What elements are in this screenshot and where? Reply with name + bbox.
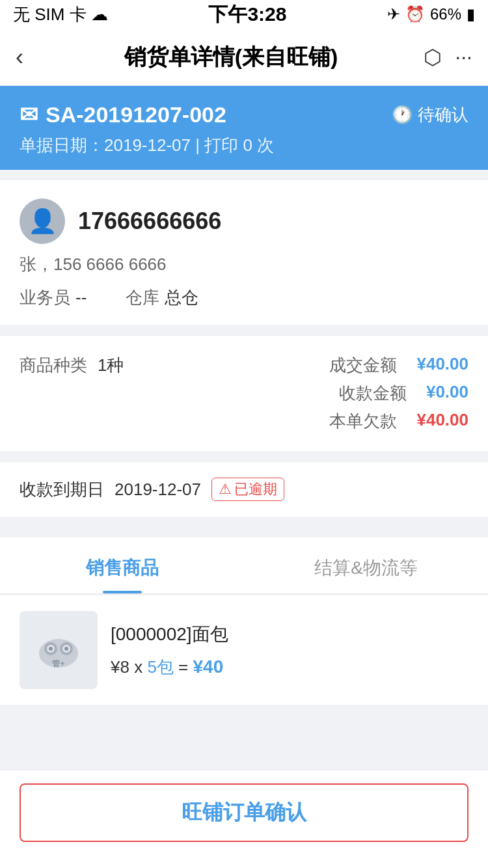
product-info: [0000002]面包 ¥8 x 5包 = ¥40 [111, 622, 468, 679]
sales-label: 业务员 [20, 286, 70, 309]
received-label: 收款金额 [339, 382, 407, 405]
product-price: ¥8 x 5包 = ¥40 [111, 656, 468, 679]
amount-label: 成交金额 [329, 354, 397, 377]
due-card: 收款到期日 2019-12-07 ⚠ 已逾期 [0, 462, 488, 517]
sales-person: 业务员 -- [20, 286, 87, 309]
customer-top: 👤 17666666666 [20, 198, 468, 244]
status-time: 下午3:28 [208, 1, 286, 28]
share-icon[interactable]: ⬡ [424, 45, 442, 70]
order-date: 单据日期：2019-12-07 | 打印 0 次 [20, 134, 468, 157]
amount-value: ¥40.00 [416, 354, 468, 377]
customer-card: 👤 17666666666 张，156 6666 6666 业务员 -- 仓库 … [0, 180, 488, 325]
customer-meta: 业务员 -- 仓库 总仓 [20, 286, 468, 309]
order-id: ✉ SA-20191207-002 [20, 102, 226, 128]
owed-label: 本单欠款 [329, 410, 397, 433]
confirm-order-label: 旺铺订单确认 [182, 798, 306, 827]
bottom-bar: 旺铺订单确认 [0, 770, 488, 868]
svg-point-6 [64, 647, 68, 651]
tab-settlement-label: 结算&物流等 [314, 558, 418, 578]
overdue-text: 已逾期 [234, 480, 277, 499]
received-value: ¥0.00 [426, 382, 468, 405]
category-info: 商品种类 1种 [20, 354, 124, 377]
more-icon[interactable]: ··· [455, 45, 472, 69]
avatar-icon: 👤 [28, 208, 57, 235]
customer-phone: 17666666666 [78, 208, 221, 235]
back-button[interactable]: ‹ [16, 44, 55, 71]
tab-settlement[interactable]: 结算&物流等 [244, 537, 488, 593]
warehouse: 仓库 总仓 [126, 286, 198, 309]
price-equals: = [174, 657, 193, 677]
owed-row: 本单欠款 ¥40.00 [329, 410, 468, 433]
amount-summary: 成交金额 ¥40.00 收款金额 ¥0.00 本单欠款 ¥40.00 [329, 354, 468, 433]
svg-text:管+: 管+ [52, 659, 64, 668]
nav-actions: ⬡ ··· [407, 45, 472, 70]
overdue-icon: ⚠ [219, 481, 232, 498]
page-title: 销货单详情(来自旺铺) [55, 42, 407, 72]
product-name: [0000002]面包 [111, 622, 468, 647]
status-clock-icon: 🕐 [392, 105, 413, 125]
amount-row: 成交金额 ¥40.00 [329, 354, 468, 377]
customer-name-phone: 张，156 6666 6666 [20, 253, 468, 276]
product-logo-icon: 管+ [33, 631, 85, 670]
received-row: 收款金额 ¥0.00 [339, 382, 468, 405]
section-gap-2 [0, 527, 488, 537]
product-card: 管+ [0000002]面包 ¥8 x 5包 = ¥40 [0, 595, 488, 705]
category-value: 1种 [98, 354, 124, 377]
confirm-order-button[interactable]: 旺铺订单确认 [20, 783, 468, 842]
nav-bar: ‹ 销货单详情(来自旺铺) ⬡ ··· [0, 29, 488, 86]
order-header: ✉ SA-20191207-002 🕐 待确认 单据日期：2019-12-07 … [0, 86, 488, 170]
warehouse-label: 仓库 [126, 286, 159, 309]
tab-sales-goods[interactable]: 销售商品 [0, 537, 244, 593]
status-text: 待确认 [418, 103, 468, 126]
price-quantity: 5包 [147, 657, 173, 677]
summary-card: 商品种类 1种 成交金额 ¥40.00 收款金额 ¥0.00 本单欠款 ¥40.… [0, 336, 488, 451]
alarm-icon: ⏰ [405, 5, 425, 23]
price-base: ¥8 x [111, 657, 147, 677]
due-date: 2019-12-07 [115, 480, 201, 500]
owed-value: ¥40.00 [416, 410, 468, 433]
status-bar: 无 SIM 卡 ☁ 下午3:28 ✈ ⏰ 66% ▮ [0, 0, 488, 29]
product-thumbnail: 管+ [20, 611, 98, 689]
due-label: 收款到期日 [20, 478, 104, 501]
order-header-top: ✉ SA-20191207-002 🕐 待确认 [20, 102, 468, 128]
tab-sales-goods-label: 销售商品 [86, 558, 159, 578]
battery-icon: ▮ [467, 5, 475, 23]
tabs: 销售商品 结算&物流等 [0, 537, 488, 594]
order-id-icon: ✉ [20, 102, 38, 128]
status-right: ✈ ⏰ 66% ▮ [387, 5, 475, 23]
navigation-icon: ✈ [387, 5, 400, 23]
avatar: 👤 [20, 198, 65, 244]
price-total: ¥40 [193, 657, 223, 677]
overdue-badge: ⚠ 已逾期 [211, 478, 284, 501]
order-id-text: SA-20191207-002 [46, 102, 226, 128]
svg-point-5 [49, 647, 53, 651]
order-status: 🕐 待确认 [392, 103, 468, 126]
category-label: 商品种类 [20, 354, 87, 377]
battery-level: 66% [430, 5, 461, 23]
section-gap-1 [0, 170, 488, 180]
sales-value: -- [75, 288, 87, 308]
warehouse-value: 总仓 [165, 286, 198, 309]
status-left: 无 SIM 卡 ☁ [13, 3, 108, 26]
